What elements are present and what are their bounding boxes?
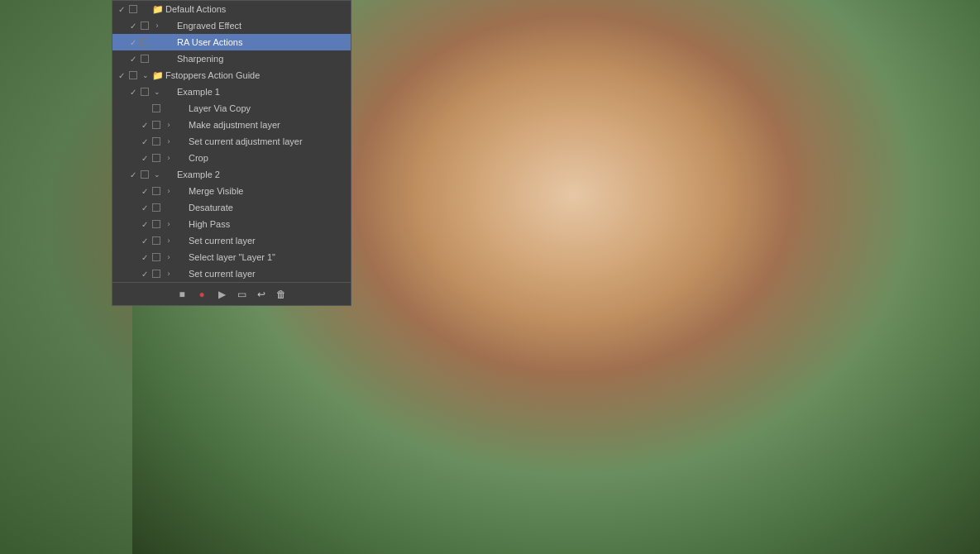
check-mark: ✓	[127, 170, 139, 179]
check-mark: ✓	[127, 88, 139, 97]
expand-icon[interactable]: ⌄	[151, 170, 164, 179]
action-row[interactable]: ✓RA User Actions	[112, 34, 351, 50]
actions-panel-body: ✓📁Default Actions✓›Engraved Effect✓RA Us…	[112, 1, 351, 282]
actions-toolbar: ■ ● ▶ ▭ ↩ 🗑	[112, 282, 351, 305]
action-row[interactable]: ✓📁Default Actions	[112, 1, 351, 17]
check-mark: ✓	[139, 137, 151, 146]
color-swatch-box	[151, 104, 162, 112]
color-swatch-box	[151, 203, 162, 212]
check-mark: ✓	[116, 71, 127, 80]
action-label: Engraved Effect	[177, 21, 347, 31]
color-swatch-box	[151, 253, 162, 261]
action-row[interactable]: ✓›Crop	[112, 150, 351, 166]
action-label: High Pass	[189, 219, 347, 229]
action-row[interactable]: ✓›High Pass	[112, 216, 351, 232]
action-row[interactable]: ✓›Merge Visible	[112, 183, 351, 199]
action-row[interactable]: ✓›Select layer "Layer 1"	[112, 249, 351, 265]
new-set-button[interactable]: ▭	[234, 287, 249, 302]
action-row[interactable]: ✓›Make adjustment layer	[112, 117, 351, 133]
color-swatch-box	[139, 38, 151, 46]
expand-icon[interactable]: ›	[162, 270, 175, 278]
action-label: Sharpening	[177, 54, 347, 64]
check-mark: ✓	[139, 253, 151, 262]
check-mark: ✓	[139, 121, 151, 130]
expand-icon[interactable]: ›	[162, 137, 175, 146]
check-mark: ✓	[139, 270, 151, 279]
color-swatch-box	[139, 21, 151, 30]
action-label: Select layer "Layer 1"	[189, 252, 347, 262]
color-swatch-box	[127, 5, 139, 13]
expand-icon[interactable]: ⌄	[139, 71, 152, 79]
action-row[interactable]: ✓⌄Example 2	[112, 166, 351, 183]
color-swatch-box	[139, 55, 151, 63]
color-swatch-box	[151, 270, 162, 278]
action-row[interactable]: Layer Via Copy	[112, 100, 351, 117]
color-swatch-box	[127, 71, 139, 79]
check-mark: ✓	[116, 5, 127, 14]
record-button[interactable]: ●	[194, 287, 209, 302]
action-label: Default Actions	[165, 4, 347, 14]
actions-panel: ✓📁Default Actions✓›Engraved Effect✓RA Us…	[112, 0, 351, 306]
check-mark: ✓	[127, 55, 139, 64]
check-mark: ✓	[139, 187, 151, 196]
play-button[interactable]: ▶	[214, 287, 229, 302]
color-swatch-box	[151, 220, 162, 228]
action-label: Set current adjustment layer	[189, 136, 347, 146]
check-mark: ✓	[127, 38, 139, 47]
color-swatch-box	[139, 170, 151, 179]
action-label: RA User Actions	[177, 37, 347, 47]
action-row[interactable]: ✓Desaturate	[112, 199, 351, 216]
action-row[interactable]: ✓Sharpening	[112, 50, 351, 67]
action-label: Desaturate	[189, 203, 347, 213]
expand-icon[interactable]: ›	[162, 121, 175, 129]
action-row[interactable]: ✓›Set current layer	[112, 232, 351, 249]
expand-icon[interactable]: ›	[162, 220, 175, 228]
action-row[interactable]: ✓⌄📁Fstoppers Action Guide	[112, 67, 351, 84]
expand-icon[interactable]: ⌄	[151, 88, 164, 96]
action-label: Make adjustment layer	[189, 120, 347, 130]
color-swatch-box	[151, 137, 162, 146]
action-label: Layer Via Copy	[189, 103, 347, 113]
expand-icon[interactable]: ›	[151, 21, 164, 30]
action-row[interactable]: ✓⌄Example 1	[112, 84, 351, 100]
expand-icon[interactable]: ›	[162, 236, 175, 245]
action-label: Fstoppers Action Guide	[165, 70, 347, 80]
action-row[interactable]: ✓›Set current adjustment layer	[112, 133, 351, 150]
check-mark: ✓	[127, 21, 139, 31]
color-swatch-box	[151, 187, 162, 195]
folder-icon: 📁	[152, 70, 165, 81]
expand-icon[interactable]: ›	[162, 154, 175, 162]
check-mark: ✓	[139, 220, 151, 229]
check-mark: ✓	[139, 236, 151, 246]
color-swatch-box	[151, 236, 162, 245]
action-label: Example 2	[177, 170, 347, 179]
action-label: Merge Visible	[189, 186, 347, 196]
color-swatch-box	[139, 88, 151, 96]
color-swatch-box	[151, 154, 162, 162]
action-label: Example 1	[177, 87, 347, 97]
expand-icon[interactable]: ›	[162, 187, 175, 195]
action-label: Set current layer	[189, 269, 347, 279]
check-mark: ✓	[139, 203, 151, 213]
new-action-button[interactable]: ↩	[254, 287, 269, 302]
action-row[interactable]: ✓›Engraved Effect	[112, 17, 351, 34]
color-swatch-box	[151, 121, 162, 129]
action-label: Set current layer	[189, 236, 347, 246]
delete-button[interactable]: 🗑	[274, 287, 289, 302]
folder-icon: 📁	[152, 4, 165, 15]
stop-button[interactable]: ■	[174, 287, 189, 302]
action-label: Crop	[189, 153, 347, 163]
action-row[interactable]: ✓›Set current layer	[112, 265, 351, 282]
expand-icon[interactable]: ›	[162, 253, 175, 261]
check-mark: ✓	[139, 154, 151, 163]
